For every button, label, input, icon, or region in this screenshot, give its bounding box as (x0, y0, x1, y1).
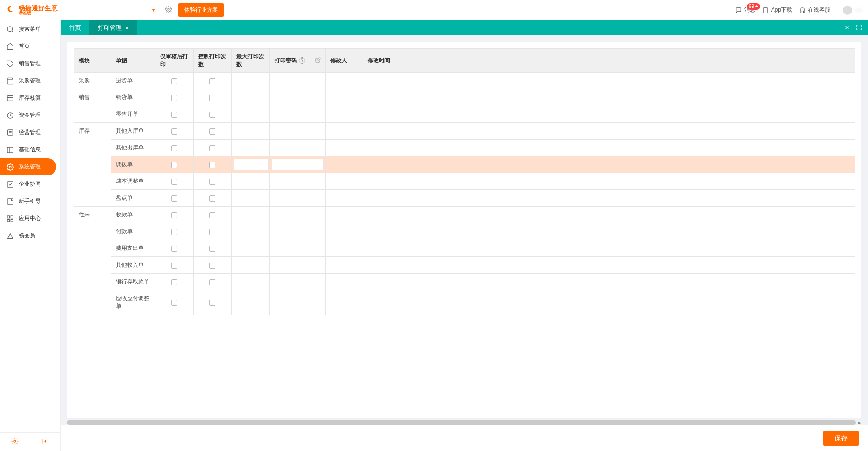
horizontal-scrollbar[interactable]: ▶ (67, 420, 861, 425)
sidebar-system[interactable]: 系统管理 (0, 158, 56, 175)
control-checkbox[interactable] (209, 179, 215, 185)
td-control (194, 173, 232, 190)
table-row[interactable]: 应收应付调整单 (74, 290, 855, 315)
sidebar-settings-icon[interactable] (11, 438, 19, 447)
table-row[interactable]: 盘点单 (74, 190, 855, 207)
table-row[interactable]: 销售销货单 (74, 89, 855, 106)
sidebar-item-label: 资金管理 (19, 111, 41, 119)
control-checkbox[interactable] (209, 195, 215, 202)
fullscreen-icon[interactable] (856, 24, 862, 32)
print-password-input[interactable] (272, 159, 323, 170)
scrollbar-thumb[interactable] (67, 420, 856, 425)
account-selector[interactable]: ▾ (66, 4, 159, 17)
sidebar-fund[interactable]: 资金管理 (0, 107, 60, 124)
sidebar-business[interactable]: 经营管理 (0, 124, 60, 141)
audit-checkbox[interactable] (171, 112, 177, 118)
audit-checkbox[interactable] (171, 128, 177, 135)
audit-checkbox[interactable] (171, 246, 177, 252)
audit-checkbox[interactable] (171, 179, 177, 185)
batch-edit-icon[interactable] (315, 57, 321, 64)
audit-checkbox[interactable] (171, 229, 177, 235)
control-checkbox[interactable] (209, 263, 215, 269)
sidebar-inventory-accounting[interactable]: 库存核算 (0, 89, 60, 107)
sidebar-collapse-icon[interactable] (41, 438, 49, 447)
sidebar-item-label: 新手引导 (19, 197, 41, 205)
sidebar-member[interactable]: 畅会员 (0, 227, 60, 244)
td-control (194, 73, 232, 89)
app-download-action[interactable]: App下载 (762, 6, 792, 14)
td-maxcount (232, 257, 270, 274)
sidebar-sales[interactable]: 销售管理 (0, 55, 60, 72)
sidebar-item-label: 销售管理 (19, 60, 41, 67)
online-service-label: 在线客服 (808, 6, 830, 14)
control-checkbox[interactable] (209, 229, 215, 235)
table-row[interactable]: 银行存取款单 (74, 274, 855, 290)
audit-checkbox[interactable] (171, 212, 177, 218)
table-row[interactable]: 采购进货单 (74, 73, 855, 89)
save-button[interactable]: 保存 (823, 431, 859, 446)
max-count-input[interactable] (234, 159, 268, 170)
control-checkbox[interactable] (209, 145, 215, 151)
table-row[interactable]: 调拨单 (74, 156, 855, 173)
control-checkbox[interactable] (209, 78, 215, 84)
td-time (363, 207, 855, 223)
td-control (194, 156, 232, 173)
sidebar-app-center[interactable]: 应用中心 (0, 210, 60, 227)
control-checkbox[interactable] (209, 112, 215, 118)
th-modify-time: 修改时间 (363, 49, 855, 73)
control-checkbox[interactable] (209, 246, 215, 252)
table-row[interactable]: 往来收款单 (74, 207, 855, 223)
sidebar-home[interactable]: 首页 (0, 38, 60, 55)
td-password (270, 106, 326, 123)
control-checkbox[interactable] (209, 162, 215, 168)
table-row[interactable]: 库存其他入库单 (74, 123, 855, 140)
tab-打印管理[interactable]: 打印管理✕ (89, 20, 137, 35)
table-row[interactable]: 零售开单 (74, 106, 855, 123)
message-action[interactable]: 消息 99 + (735, 6, 755, 14)
control-checkbox[interactable] (209, 95, 215, 101)
audit-checkbox[interactable] (171, 162, 177, 168)
sidebar-purchase-icon (7, 77, 14, 85)
td-control (194, 223, 232, 240)
table-row[interactable]: 其他收入单 (74, 257, 855, 274)
help-icon[interactable]: ? (299, 57, 305, 64)
audit-checkbox[interactable] (171, 300, 177, 306)
audit-checkbox[interactable] (171, 195, 177, 202)
td-time (363, 190, 855, 207)
audit-checkbox[interactable] (171, 78, 177, 84)
sidebar-collaboration[interactable]: 企业协同 (0, 175, 60, 193)
audit-checkbox[interactable] (171, 145, 177, 151)
control-checkbox[interactable] (209, 300, 215, 306)
svg-rect-21 (7, 219, 10, 222)
audit-checkbox[interactable] (171, 263, 177, 269)
control-checkbox[interactable] (209, 279, 215, 285)
td-maxcount (232, 290, 270, 315)
sidebar-purchase[interactable]: 采购管理 (0, 72, 60, 89)
td-document: 付款单 (111, 223, 155, 240)
headset-icon (799, 7, 806, 14)
user-avatar-wrap[interactable] (837, 6, 862, 15)
settings-gear-icon[interactable] (165, 6, 172, 15)
table-row[interactable]: 付款单 (74, 223, 855, 240)
control-checkbox[interactable] (209, 212, 215, 218)
print-settings-table: 模块 单据 仅审核后打印 控制打印次数 最大打印次数 打印密码 ? 修改人 修改… (74, 48, 855, 315)
scrollbar-right-arrow-icon[interactable]: ▶ (857, 420, 861, 425)
td-document: 零售开单 (111, 106, 155, 123)
close-icon[interactable]: ✕ (125, 25, 129, 31)
control-checkbox[interactable] (209, 128, 215, 135)
audit-checkbox[interactable] (171, 95, 177, 101)
table-row[interactable]: 成本调整单 (74, 173, 855, 190)
table-row[interactable]: 费用支出单 (74, 240, 855, 257)
online-service-action[interactable]: 在线客服 (799, 6, 830, 14)
sidebar-guide[interactable]: 新手引导 (0, 193, 60, 210)
td-maxcount (232, 156, 270, 173)
audit-checkbox[interactable] (171, 279, 177, 285)
industry-plan-button[interactable]: 体验行业方案 (178, 3, 224, 17)
close-all-tabs-icon[interactable] (844, 24, 850, 32)
table-row[interactable]: 其他出库单 (74, 140, 855, 156)
td-control (194, 257, 232, 274)
td-audit (155, 240, 194, 257)
tab-首页[interactable]: 首页 (61, 20, 89, 35)
sidebar-search-menu[interactable]: 搜索菜单 (0, 20, 60, 38)
sidebar-basic-info[interactable]: 基础信息 (0, 141, 60, 158)
